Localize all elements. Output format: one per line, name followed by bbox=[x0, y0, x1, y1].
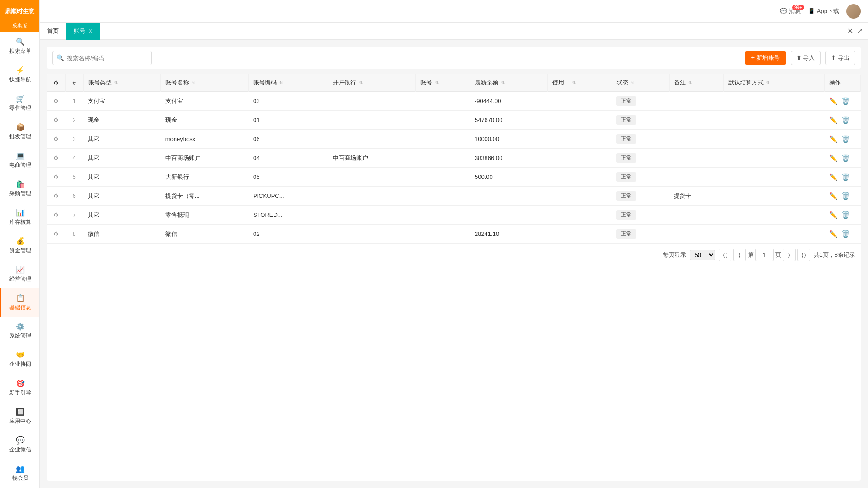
sidebar-item-8[interactable]: 📈经营管理 bbox=[0, 260, 39, 288]
settlement-col-header[interactable]: 默认结算方式 ⇅ bbox=[723, 74, 824, 92]
delete-icon-5[interactable]: 🗑️ bbox=[841, 192, 850, 200]
search-box[interactable]: 🔍 bbox=[52, 51, 152, 65]
sidebar-label-8: 经营管理 bbox=[9, 275, 31, 283]
settings-col-header[interactable]: ⚙ bbox=[47, 74, 65, 92]
row-status-5: 正常 bbox=[612, 187, 669, 206]
row-balance-5 bbox=[470, 187, 548, 206]
row-type-4: 其它 bbox=[83, 168, 161, 187]
sidebar-item-1[interactable]: ⚡快捷导航 bbox=[0, 61, 39, 89]
name-col-header[interactable]: 账号名称 ⇅ bbox=[161, 74, 249, 92]
edit-icon-1[interactable]: ✏️ bbox=[829, 116, 838, 124]
row-type-0: 支付宝 bbox=[83, 92, 161, 111]
prev-page-button[interactable]: ⟨ bbox=[733, 249, 746, 261]
delete-icon-0[interactable]: 🗑️ bbox=[841, 97, 850, 105]
sidebar-item-15[interactable]: 👥畅会员 bbox=[0, 459, 39, 488]
app-download-button[interactable]: 📱 App下载 bbox=[808, 7, 839, 15]
table-row: ⚙ 3 其它 moneybosx 06 10000.00 正常 ✏️ 🗑️ bbox=[47, 130, 861, 149]
sidebar-item-0[interactable]: 🔍搜索菜单 bbox=[0, 32, 39, 61]
sidebar-item-9[interactable]: 📋基础信息 bbox=[0, 288, 39, 317]
row-settlement-6 bbox=[723, 206, 824, 225]
edit-icon-5[interactable]: ✏️ bbox=[829, 192, 838, 200]
tab-close-1[interactable]: ✕ bbox=[88, 28, 93, 34]
bank-col-header[interactable]: 开户银行 ⇅ bbox=[328, 74, 416, 92]
sidebar-icon-0: 🔍 bbox=[16, 38, 25, 46]
delete-icon-3[interactable]: 🗑️ bbox=[841, 154, 850, 162]
edit-icon-3[interactable]: ✏️ bbox=[829, 154, 838, 162]
code-col-header[interactable]: 账号编码 ⇅ bbox=[249, 74, 328, 92]
balance-col-header[interactable]: 最新余额 ⇅ bbox=[470, 74, 548, 92]
remark-col-header[interactable]: 备注 ⇅ bbox=[669, 74, 723, 92]
sidebar-item-7[interactable]: 💰资金管理 bbox=[0, 231, 39, 260]
row-settings-4[interactable]: ⚙ bbox=[47, 168, 65, 187]
delete-icon-6[interactable]: 🗑️ bbox=[841, 211, 850, 219]
sidebar-item-6[interactable]: 📊库存核算 bbox=[0, 203, 39, 231]
row-account-2 bbox=[416, 130, 470, 149]
sidebar-item-10[interactable]: ⚙️系统管理 bbox=[0, 317, 39, 345]
search-icon: 🔍 bbox=[57, 54, 64, 61]
expand-icon[interactable]: ⤢ bbox=[857, 27, 863, 35]
row-usage-6 bbox=[548, 206, 612, 225]
row-status-3: 正常 bbox=[612, 149, 669, 168]
sidebar-item-5[interactable]: 🛍️采购管理 bbox=[0, 174, 39, 203]
edit-icon-2[interactable]: ✏️ bbox=[829, 135, 838, 143]
delete-icon-7[interactable]: 🗑️ bbox=[841, 230, 850, 238]
row-usage-1 bbox=[548, 111, 612, 130]
row-index-7: 8 bbox=[65, 225, 83, 244]
sidebar-icon-9: 📋 bbox=[16, 294, 25, 302]
add-account-button[interactable]: + 新增账号 bbox=[745, 51, 786, 65]
edit-icon-0[interactable]: ✏️ bbox=[829, 97, 838, 105]
delete-icon-2[interactable]: 🗑️ bbox=[841, 135, 850, 143]
sidebar-item-13[interactable]: 🔲应用中心 bbox=[0, 402, 39, 431]
row-account-0 bbox=[416, 92, 470, 111]
row-remark-5: 提货卡 bbox=[669, 187, 723, 206]
sidebar-icon-1: ⚡ bbox=[16, 66, 25, 75]
usage-col-header[interactable]: 使用... ⇅ bbox=[548, 74, 612, 92]
status-col-header[interactable]: 状态 ⇅ bbox=[612, 74, 669, 92]
edit-icon-7[interactable]: ✏️ bbox=[829, 230, 838, 238]
page-input[interactable] bbox=[755, 249, 774, 261]
sidebar-item-14[interactable]: 💬企业微信 bbox=[0, 431, 39, 459]
sidebar-item-2[interactable]: 🛒零售管理 bbox=[0, 89, 39, 117]
export-button[interactable]: ⬆ 导出 bbox=[825, 51, 855, 65]
toolbar: 🔍 + 新增账号 ⬆ 导入 ⬆ 导出 bbox=[47, 47, 861, 69]
close-icon[interactable]: ✕ bbox=[847, 27, 853, 35]
row-settings-3[interactable]: ⚙ bbox=[47, 149, 65, 168]
edit-icon-6[interactable]: ✏️ bbox=[829, 211, 838, 219]
avatar[interactable] bbox=[846, 4, 861, 19]
row-type-3: 其它 bbox=[83, 149, 161, 168]
sidebar-item-3[interactable]: 📦批发管理 bbox=[0, 117, 39, 146]
message-button[interactable]: 💬 消息 99+ bbox=[780, 7, 801, 15]
sidebar-item-4[interactable]: 💻电商管理 bbox=[0, 146, 39, 174]
row-bank-6 bbox=[328, 206, 416, 225]
row-code-5: PICKUPC... bbox=[249, 187, 328, 206]
tab-0[interactable]: 首页 bbox=[40, 23, 66, 40]
next-page-button[interactable]: ⟩ bbox=[783, 249, 796, 261]
last-page-button[interactable]: ⟩⟩ bbox=[797, 249, 810, 261]
account-col-header[interactable]: 账号 ⇅ bbox=[416, 74, 470, 92]
row-actions-4: ✏️ 🗑️ bbox=[825, 168, 861, 187]
table-row: ⚙ 7 其它 零售抵现 STORED... 正常 ✏️ 🗑️ bbox=[47, 206, 861, 225]
row-settings-2[interactable]: ⚙ bbox=[47, 130, 65, 149]
first-page-button[interactable]: ⟨⟨ bbox=[719, 249, 731, 261]
sidebar-item-12[interactable]: 🎯新手引导 bbox=[0, 374, 39, 402]
row-name-5: 提货卡（零... bbox=[161, 187, 249, 206]
app-icon: 📱 bbox=[808, 8, 815, 14]
row-settings-1[interactable]: ⚙ bbox=[47, 111, 65, 130]
edit-icon-4[interactable]: ✏️ bbox=[829, 173, 838, 181]
per-page-select[interactable]: 50 20 100 bbox=[690, 250, 715, 260]
sidebar-label-9: 基础信息 bbox=[9, 304, 31, 311]
import-button[interactable]: ⬆ 导入 bbox=[791, 51, 821, 65]
row-settings-5[interactable]: ⚙ bbox=[47, 187, 65, 206]
row-settings-0[interactable]: ⚙ bbox=[47, 92, 65, 111]
row-settings-6[interactable]: ⚙ bbox=[47, 206, 65, 225]
tab-1[interactable]: 账号✕ bbox=[66, 23, 100, 40]
delete-icon-1[interactable]: 🗑️ bbox=[841, 116, 850, 124]
row-usage-4 bbox=[548, 168, 612, 187]
row-settings-7[interactable]: ⚙ bbox=[47, 225, 65, 244]
type-col-header[interactable]: 账号类型 ⇅ bbox=[83, 74, 161, 92]
row-actions-5: ✏️ 🗑️ bbox=[825, 187, 861, 206]
per-page-label: 每页显示 bbox=[663, 251, 686, 259]
search-input[interactable] bbox=[67, 55, 148, 61]
sidebar-item-11[interactable]: 🤝企业协同 bbox=[0, 345, 39, 374]
delete-icon-4[interactable]: 🗑️ bbox=[841, 173, 850, 181]
